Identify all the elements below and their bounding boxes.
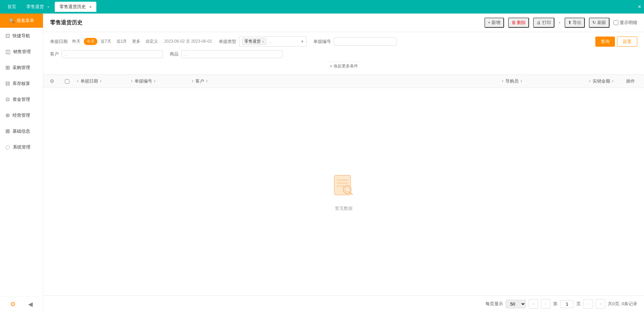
page-number-input[interactable] <box>560 300 574 308</box>
first-page-button[interactable]: « <box>529 299 538 309</box>
date-option-custom[interactable]: 自定义 <box>144 38 160 45</box>
doc-type-arrow: ▾ <box>301 39 304 44</box>
main-layout: 🔍 搜索菜单 ⊡ 快捷导航 ◫ 销售管理 ⊞ 采购管理 ⊟ 库存核算 ⊙ 资金管… <box>0 14 644 312</box>
pagination-bar: 每页显示 20 50 100 « ‹ 第 页 › » 共0页, 0条记录 <box>43 295 644 312</box>
table-header: ⚙ ⬆ 单据日期 ⬇ ⬆ 单据编号 ⬇ ⬆ 客户 ⬇ <box>43 75 644 88</box>
content-area: 零售退货历史 + 新增 🗑 删除 🖨 打印 ▾ ⬆ 导出 ↻ 刷新 显示明细 单… <box>43 14 644 312</box>
tab-retail-return-history[interactable]: 零售退货历史 × <box>55 2 96 12</box>
th-amount[interactable]: ⬆ 实销金额 ⬇ <box>566 78 617 84</box>
th-customer[interactable]: ⬆ 客户 ⬇ <box>189 78 499 84</box>
top-bar: 首页 零售退货 × 零售退货历史 × × <box>0 0 644 14</box>
sort-up-amount: ⬆ <box>589 80 591 83</box>
collapse-sidebar-icon[interactable]: ◀ <box>28 300 33 308</box>
th-number[interactable]: ⬆ 单据编号 ⬇ <box>128 78 189 84</box>
filter-area: 单据日期 昨天 今天 近7天 近1月 更多 自定义 2023-06-02 至 2… <box>43 32 644 75</box>
table-settings-icon[interactable]: ⚙ <box>50 78 54 84</box>
select-all-checkbox[interactable] <box>65 79 69 84</box>
finance-icon: ⊙ <box>5 96 10 103</box>
date-option-more[interactable]: 更多 <box>130 38 142 45</box>
sidebar-item-system-mgmt[interactable]: ◌ 系统管理 <box>0 139 43 155</box>
customer-label: 客户 <box>50 51 59 57</box>
print-arrow[interactable]: ▾ <box>558 20 560 25</box>
th-guide[interactable]: ⬆ 导购员 ⬇ <box>499 78 566 84</box>
settings-button[interactable]: 设置 <box>617 37 637 47</box>
sidebar-item-sales-mgmt[interactable]: ◫ 销售管理 <box>0 44 43 60</box>
page-label-suffix: 页 <box>576 301 581 307</box>
doc-type-label: 单据类型 <box>219 39 236 45</box>
svg-point-5 <box>345 187 350 192</box>
export-button[interactable]: ⬆ 导出 <box>565 18 585 28</box>
collapse-row: ∧ 收起更多条件 <box>50 62 637 70</box>
operations-icon: ⊛ <box>5 112 10 118</box>
doc-number-label: 单据编号 <box>313 39 331 45</box>
sidebar-item-sales-label: 销售管理 <box>13 49 31 55</box>
sidebar-item-quick-nav[interactable]: ⊡ 快捷导航 <box>0 28 43 44</box>
sidebar-search-label: 搜索菜单 <box>17 18 34 24</box>
print-button[interactable]: 🖨 打印 <box>533 18 554 28</box>
th-number-label: 单据编号 <box>135 78 152 84</box>
sidebar-item-basic-info[interactable]: ⊠ 基础信息 <box>0 123 43 139</box>
header-actions: + 新增 🗑 删除 🖨 打印 ▾ ⬆ 导出 ↻ 刷新 显示明细 <box>484 18 637 28</box>
doc-number-input[interactable] <box>334 37 397 46</box>
query-button[interactable]: 查询 <box>595 37 615 47</box>
th-date[interactable]: ⬆ 单据日期 ⬇ <box>74 78 128 84</box>
page-header: 零售退货历史 + 新增 🗑 删除 🖨 打印 ▾ ⬆ 导出 ↻ 刷新 显示明细 <box>43 14 644 32</box>
date-option-1month[interactable]: 近1月 <box>115 38 129 45</box>
show-detail-checkbox[interactable] <box>614 20 618 25</box>
tab-home[interactable]: 首页 <box>3 2 21 12</box>
sidebar-item-inventory[interactable]: ⊟ 库存核算 <box>0 75 43 91</box>
sort-down-amount: ⬇ <box>612 80 614 83</box>
goods-filter-group: 商品 ... <box>170 50 283 58</box>
th-settings[interactable]: ⚙ <box>43 78 60 84</box>
tab-retail-return-history-close[interactable]: × <box>89 5 91 9</box>
th-checkbox[interactable] <box>60 79 74 84</box>
goods-placeholder: ... <box>184 52 188 57</box>
filter-row-2: 客户 ... 商品 ... <box>50 50 637 58</box>
customer-select[interactable]: ... <box>62 50 163 58</box>
sidebar-item-basic-info-label: 基础信息 <box>13 128 30 134</box>
sidebar-item-inventory-label: 库存核算 <box>13 81 30 87</box>
sort-up-customer: ⬆ <box>191 80 194 83</box>
prev-page-button[interactable]: ‹ <box>541 299 550 309</box>
sidebar-search[interactable]: 🔍 搜索菜单 <box>0 14 43 28</box>
doc-type-filter-group: 单据类型 零售退货 × ... ▾ <box>219 36 307 47</box>
inventory-icon: ⊟ <box>5 80 10 87</box>
date-option-today[interactable]: 今天 <box>84 38 97 45</box>
date-option-yesterday[interactable]: 昨天 <box>70 38 82 45</box>
tab-list: 首页 零售退货 × 零售退货历史 × <box>3 2 638 12</box>
date-option-7days[interactable]: 近7天 <box>99 38 113 45</box>
sidebar-item-finance[interactable]: ⊙ 资金管理 <box>0 91 43 107</box>
empty-illustration <box>330 172 357 200</box>
doc-number-filter-group: 单据编号 <box>313 37 397 46</box>
date-options: 昨天 今天 近7天 近1月 更多 自定义 <box>70 38 160 45</box>
doc-type-tag-remove[interactable]: × <box>262 40 264 44</box>
tab-retail-return[interactable]: 零售退货 × <box>22 2 54 12</box>
window-close-button[interactable]: × <box>638 3 641 10</box>
tab-retail-return-history-label: 零售退货历史 <box>59 4 86 10</box>
sidebar-item-operations[interactable]: ⊛ 经营管理 <box>0 107 43 123</box>
tab-retail-return-close[interactable]: × <box>47 5 49 9</box>
sidebar-item-system-label: 系统管理 <box>13 144 30 150</box>
customer-filter-group: 客户 ... <box>50 50 163 58</box>
add-button[interactable]: + 新增 <box>484 18 504 28</box>
last-page-button[interactable]: » <box>596 299 605 309</box>
show-detail-text: 显示明细 <box>620 20 637 26</box>
refresh-button[interactable]: ↻ 刷新 <box>589 18 610 28</box>
delete-button[interactable]: 🗑 删除 <box>508 18 529 28</box>
page-size-select[interactable]: 20 50 100 <box>506 300 526 308</box>
sidebar: 🔍 搜索菜单 ⊡ 快捷导航 ◫ 销售管理 ⊞ 采购管理 ⊟ 库存核算 ⊙ 资金管… <box>0 14 43 312</box>
th-guide-label: 导购员 <box>505 78 519 84</box>
doc-type-select[interactable]: 零售退货 × ... ▾ <box>239 36 307 47</box>
sidebar-item-purchase-mgmt[interactable]: ⊞ 采购管理 <box>0 60 43 75</box>
goods-label: 商品 <box>170 51 178 57</box>
collapse-button[interactable]: ∧ 收起更多条件 <box>325 62 362 70</box>
doc-type-tag-value: 零售退货 <box>244 39 261 44</box>
th-customer-label: 客户 <box>195 78 204 84</box>
date-range-display: 2023-06-02 至 2023-06-02 <box>164 39 212 44</box>
sidebar-item-purchase-label: 采购管理 <box>13 65 30 71</box>
goods-select[interactable]: ... <box>181 50 283 58</box>
date-filter-label: 单据日期 <box>50 39 68 45</box>
next-page-button[interactable]: › <box>583 299 593 309</box>
settings-footer-icon[interactable]: ⚙ <box>10 300 16 308</box>
page-size-label: 每页显示 <box>485 301 503 307</box>
